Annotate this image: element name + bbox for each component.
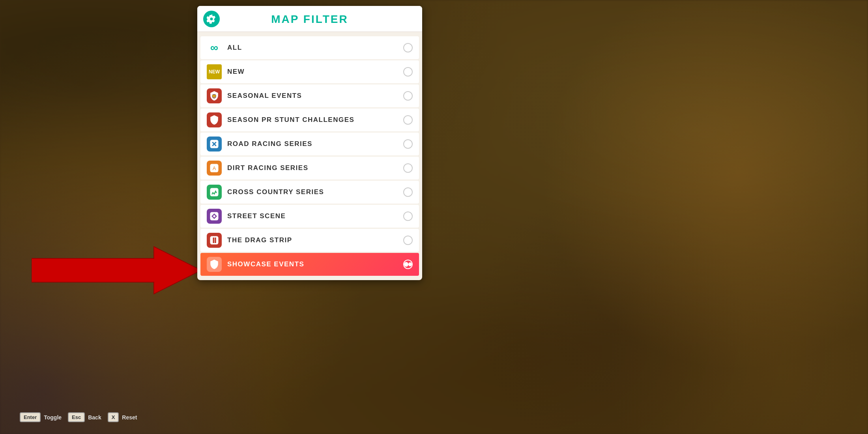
panel-title: MAP FILTER (205, 13, 414, 26)
svg-text:A: A (213, 165, 216, 171)
filter-radio-drag (403, 236, 413, 245)
filter-icon-stunt (207, 112, 222, 127)
filter-icon-all: ∞ (207, 40, 222, 55)
filter-item-seasonal[interactable]: 🦁SEASONAL EVENTS (200, 84, 419, 107)
filter-list[interactable]: ∞ALLNEWNEW🦁SEASONAL EVENTSSEASON PR STUN… (197, 32, 422, 280)
svg-text:🦁: 🦁 (211, 94, 217, 99)
filter-icon-cross (207, 185, 222, 200)
key-label-enter: Toggle (44, 414, 62, 421)
filter-radio-dirt (403, 163, 413, 173)
map-filter-panel: MAP FILTER ∞ALLNEWNEW🦁SEASONAL EVENTSSEA… (197, 6, 422, 280)
filter-label-stunt: SEASON PR STUNT CHALLENGES (227, 116, 403, 124)
key-enter[interactable]: Enter (20, 412, 41, 422)
panel-header: MAP FILTER (197, 6, 422, 32)
filter-icon-dirt: A (207, 161, 222, 176)
filter-radio-showcase (403, 260, 413, 269)
filter-icon-showcase (207, 257, 222, 272)
filter-label-drag: THE DRAG STRIP (227, 236, 403, 244)
key-esc[interactable]: Esc (68, 412, 85, 422)
filter-item-new[interactable]: NEWNEW (200, 60, 419, 83)
key-x[interactable]: X (108, 412, 119, 422)
svg-marker-0 (32, 247, 201, 294)
svg-rect-5 (210, 188, 219, 196)
key-label-x: Reset (122, 414, 137, 421)
key-label-esc: Back (88, 414, 101, 421)
filter-icon-seasonal: 🦁 (207, 88, 222, 103)
filter-radio-street (403, 211, 413, 221)
filter-item-showcase[interactable]: SHOWCASE EVENTS (200, 253, 419, 276)
arrow-indicator (32, 245, 201, 297)
bottom-controls: EnterToggleEscBackXReset (20, 412, 140, 422)
filter-label-road: ROAD RACING SERIES (227, 140, 403, 148)
svg-rect-10 (213, 238, 215, 243)
filter-label-street: STREET SCENE (227, 212, 403, 220)
filter-item-road[interactable]: ROAD RACING SERIES (200, 133, 419, 155)
filter-icon-new: NEW (207, 64, 222, 79)
filter-radio-cross (403, 187, 413, 197)
bokeh-overlay (0, 0, 868, 434)
filter-label-all: ALL (227, 44, 403, 52)
gear-button[interactable] (203, 11, 220, 27)
filter-icon-drag (207, 233, 222, 248)
filter-icon-road (207, 137, 222, 152)
filter-item-dirt[interactable]: ADIRT RACING SERIES (200, 157, 419, 180)
filter-radio-new (403, 67, 413, 77)
filter-item-stunt[interactable]: SEASON PR STUNT CHALLENGES (200, 108, 419, 131)
filter-label-cross: CROSS COUNTRY SERIES (227, 188, 403, 196)
filter-radio-stunt (403, 115, 413, 125)
gear-icon (207, 14, 216, 24)
filter-label-showcase: SHOWCASE EVENTS (227, 260, 403, 268)
filter-label-dirt: DIRT RACING SERIES (227, 164, 403, 172)
svg-rect-11 (215, 238, 216, 243)
filter-item-cross[interactable]: CROSS COUNTRY SERIES (200, 181, 419, 204)
filter-item-drag[interactable]: THE DRAG STRIP (200, 229, 419, 252)
filter-item-street[interactable]: STREET SCENE (200, 205, 419, 228)
filter-radio-all (403, 43, 413, 52)
filter-radio-seasonal (403, 91, 413, 101)
filter-item-all[interactable]: ∞ALL (200, 36, 419, 59)
filter-label-new: NEW (227, 68, 403, 76)
filter-label-seasonal: SEASONAL EVENTS (227, 92, 403, 100)
filter-radio-road (403, 139, 413, 149)
filter-icon-street (207, 209, 222, 224)
